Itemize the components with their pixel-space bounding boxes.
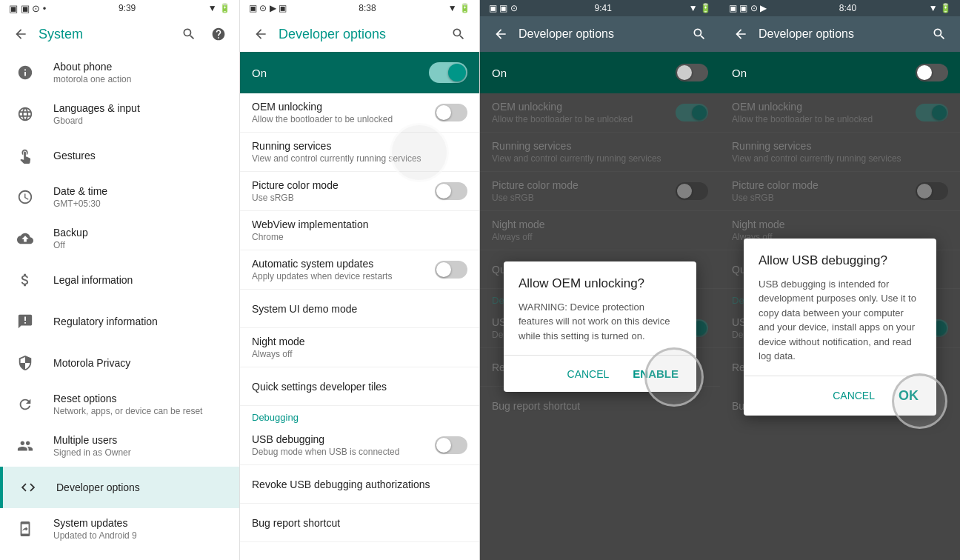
settings-item-title: About phone xyxy=(53,61,227,73)
back-icon-2[interactable] xyxy=(249,22,273,46)
dev-item-subtitle: Use sRGB xyxy=(252,193,429,203)
settings-item-system-updates[interactable]: System updates Updated to Android 9 xyxy=(0,508,239,550)
oem-dialog: Allow OEM unlocking? WARNING: Device pro… xyxy=(504,261,696,393)
status-bar-4: ▣ ▣ ⊙ ▶ 8:40 ▼ 🔋 xyxy=(720,0,960,16)
status-icons-left-4: ▣ ▣ ⊙ ▶ xyxy=(729,3,767,13)
panel-developer-usb-dialog: ▣ ▣ ⊙ ▶ 8:40 ▼ 🔋 Developer options On OE… xyxy=(720,0,960,560)
settings-item-title: System updates xyxy=(53,517,227,529)
usb-debug-toggle[interactable] xyxy=(435,436,467,454)
search-icon-2[interactable] xyxy=(447,22,470,46)
regulatory-icon xyxy=(12,308,39,335)
dev-item-title: Bug report shortcut xyxy=(252,517,461,529)
settings-item-title: Multiple users xyxy=(53,434,227,446)
usb-dialog-body: USB debugging is intended for developmen… xyxy=(744,277,936,376)
dev-on-label: On xyxy=(252,67,267,79)
settings-item-legal[interactable]: Legal information xyxy=(0,259,239,301)
dev-item-webview[interactable]: WebView implementation Chrome xyxy=(240,211,479,250)
settings-item-title: Motorola Privacy xyxy=(53,357,227,369)
dev-item-usb-debug[interactable]: USB debugging Debug mode when USB is con… xyxy=(240,426,479,465)
status-icons-1: ▼ 🔋 xyxy=(208,3,230,13)
panel-system-settings: ▣ ▣ ⊙ • 9:39 ▼ 🔋 System About phone moto xyxy=(0,0,240,560)
developer-on-header: On xyxy=(240,52,479,93)
dev-header-4: On xyxy=(720,52,960,93)
ok-circle-highlight xyxy=(892,373,947,429)
auto-updates-toggle[interactable] xyxy=(435,261,467,279)
dev-item-auto-updates[interactable]: Automatic system updates Apply updates w… xyxy=(240,250,479,290)
status-time-3: 9:41 xyxy=(595,3,612,13)
settings-item-gestures[interactable]: Gestures xyxy=(0,135,239,176)
dev-item-title: Picture color mode xyxy=(252,179,429,191)
dev-item-running[interactable]: Running services View and control curren… xyxy=(240,133,479,172)
dev-item-night[interactable]: Night mode Always off xyxy=(240,328,479,367)
dev-item-title: Revoke USB debugging authorizations xyxy=(252,479,461,490)
settings-item-reset[interactable]: Reset options Network, apps, or device c… xyxy=(0,384,239,425)
back-icon-4[interactable] xyxy=(729,22,753,46)
settings-item-datetime[interactable]: Date & time GMT+05:30 xyxy=(0,176,239,218)
status-icons-right-3: ▼ 🔋 xyxy=(689,3,711,13)
top-bar-4: Developer options xyxy=(720,16,960,52)
status-bar-left-2: ▣ ⊙ ▶ ▣ xyxy=(249,3,287,13)
top-bar-2: Developer options xyxy=(240,16,479,52)
usb-cancel-button[interactable]: Cancel xyxy=(824,382,884,410)
status-bar-2: ▣ ⊙ ▶ ▣ 8:38 ▼ 🔋 xyxy=(240,0,479,16)
settings-item-subtitle: Gboard xyxy=(53,116,227,126)
dev-item-bug-report[interactable]: Bug report shortcut xyxy=(240,504,479,542)
settings-item-regulatory[interactable]: Regulatory information xyxy=(0,301,239,342)
system-updates-icon xyxy=(12,516,39,542)
panel3-content: OEM unlocking Allow the bootloader to be… xyxy=(480,93,720,560)
dev-item-subtitle: Apply updates when device restarts xyxy=(252,271,429,281)
settings-item-language[interactable]: Languages & input Gboard xyxy=(0,93,239,135)
dev-item-ui-demo[interactable]: System UI demo mode xyxy=(240,290,479,328)
oem-cancel-button[interactable]: Cancel xyxy=(559,361,619,386)
dev-item-subtitle: Debug mode when USB is connected xyxy=(252,447,429,457)
dev-item-revoke-usb[interactable]: Revoke USB debugging authorizations xyxy=(240,465,479,504)
dev-item-subtitle: Chrome xyxy=(252,232,461,242)
page-title-4: Developer options xyxy=(759,27,927,41)
users-icon xyxy=(12,433,39,459)
dev-item-subtitle: Allow the bootloader to be unlocked xyxy=(252,114,429,124)
dev-item-title: WebView implementation xyxy=(252,219,461,230)
dev-item-subtitle: View and control currently running servi… xyxy=(252,153,461,164)
dev-item-title: OEM unlocking xyxy=(252,101,429,113)
settings-item-backup[interactable]: Backup Off xyxy=(0,218,239,259)
debug-section-header: Debugging xyxy=(240,406,479,426)
help-icon-1[interactable] xyxy=(207,22,230,46)
usb-dialog: Allow USB debugging? USB debugging is in… xyxy=(744,239,936,416)
reset-icon xyxy=(12,391,39,418)
top-bar-1: System xyxy=(0,16,239,52)
search-icon-1[interactable] xyxy=(177,22,201,46)
developer-toggle-3[interactable] xyxy=(676,64,708,81)
status-bar-3: ▣ ▣ ⊙ 9:41 ▼ 🔋 xyxy=(480,0,720,16)
settings-item-title: Legal information xyxy=(53,274,227,286)
settings-item-subtitle: Network, apps, or device can be reset xyxy=(53,406,227,416)
language-icon xyxy=(12,101,39,127)
settings-item-title: Developer options xyxy=(56,481,227,493)
back-icon-3[interactable] xyxy=(489,22,513,46)
developer-toggle-4[interactable] xyxy=(916,64,948,81)
dev-item-picture[interactable]: Picture color mode Use sRGB xyxy=(240,172,479,211)
search-icon-3[interactable] xyxy=(687,22,711,46)
status-time-4: 8:40 xyxy=(839,3,856,13)
back-icon-1[interactable] xyxy=(9,22,33,46)
dev-item-oem[interactable]: OEM unlocking Allow the bootloader to be… xyxy=(240,93,479,133)
settings-item-developer[interactable]: Developer options xyxy=(0,467,239,508)
status-icons-left-3: ▣ ▣ ⊙ xyxy=(489,3,518,13)
dev-item-title: Night mode xyxy=(252,336,461,347)
settings-item-about[interactable]: About phone motorola one action xyxy=(0,52,239,93)
oem-toggle[interactable] xyxy=(435,104,467,121)
dev-item-title: Automatic system updates xyxy=(252,258,429,270)
search-icon-4[interactable] xyxy=(927,22,951,46)
info-icon xyxy=(12,59,39,86)
settings-item-title: Date & time xyxy=(53,185,227,197)
settings-item-users[interactable]: Multiple users Signed in as Owner xyxy=(0,425,239,467)
oem-dialog-body: WARNING: Device protection features will… xyxy=(504,300,696,356)
dev-item-quick-settings[interactable]: Quick settings developer tiles xyxy=(240,367,479,406)
settings-item-subtitle: Off xyxy=(53,240,227,250)
developer-settings-list: OEM unlocking Allow the bootloader to be… xyxy=(240,93,479,560)
settings-item-subtitle: Signed in as Owner xyxy=(53,447,227,458)
legal-icon xyxy=(12,267,39,293)
developer-toggle[interactable] xyxy=(429,62,467,83)
picture-toggle[interactable] xyxy=(435,182,467,200)
page-title-2: Developer options xyxy=(279,27,447,42)
settings-item-privacy[interactable]: Motorola Privacy xyxy=(0,342,239,384)
